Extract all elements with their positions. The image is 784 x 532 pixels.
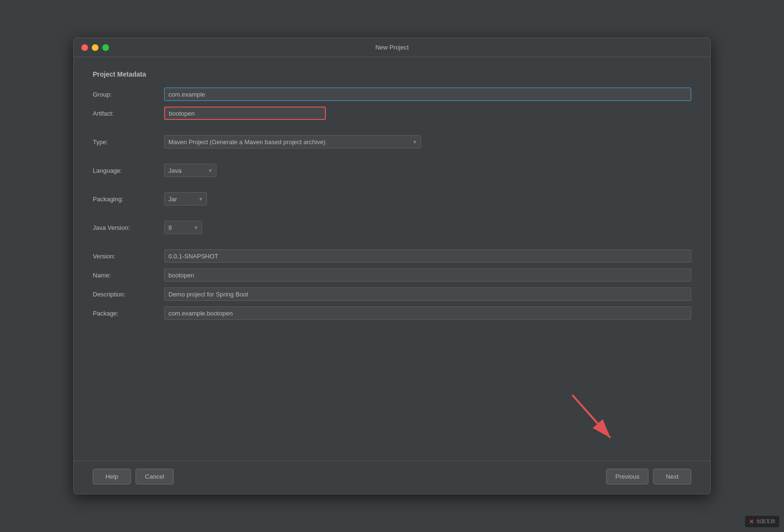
title-bar: New Project — [74, 38, 710, 57]
name-row: Name: — [93, 268, 691, 282]
packaging-label: Packaging: — [93, 196, 164, 203]
java-version-label: Java Version: — [93, 224, 164, 231]
packaging-select[interactable]: Jar — [164, 192, 207, 206]
cancel-button[interactable]: Cancel — [136, 469, 174, 484]
dialog-footer: Help Cancel Previous Next — [74, 461, 710, 494]
artifact-label: Artifact: — [93, 110, 164, 117]
package-row: Package: — [93, 306, 691, 320]
group-input-wrapper — [164, 88, 691, 101]
next-button[interactable]: Next — [653, 469, 691, 484]
type-dropdown-wrapper: Maven Project (Generate a Maven based pr… — [164, 135, 691, 148]
group-label: Group: — [93, 91, 164, 98]
language-row: Language: Java ▼ — [93, 164, 691, 177]
footer-left-buttons: Help Cancel — [93, 469, 174, 484]
type-dropdown-container: Maven Project (Generate a Maven based pr… — [164, 135, 421, 148]
section-title: Project Metadata — [93, 70, 691, 78]
arrow-annotation-area — [93, 390, 691, 447]
description-row: Description: — [93, 287, 691, 301]
description-input-wrapper — [164, 287, 691, 301]
name-input-wrapper — [164, 268, 691, 282]
version-label: Version: — [93, 253, 164, 260]
version-input[interactable] — [164, 249, 691, 263]
type-label: Type: — [93, 138, 164, 146]
window-title: New Project — [375, 44, 409, 51]
packaging-dropdown-container: Jar ▼ — [164, 192, 207, 206]
maximize-button[interactable] — [102, 44, 109, 51]
form-grid: Group: Artifact: Type: Mave — [93, 88, 691, 320]
artifact-input[interactable] — [164, 107, 326, 120]
group-input[interactable] — [164, 88, 691, 101]
red-arrow-annotation — [553, 385, 629, 447]
java-version-dropdown-wrapper: 8 ▼ — [164, 221, 691, 234]
language-label: Language: — [93, 167, 164, 174]
watermark: ✕ 创新互联 — [745, 516, 779, 527]
java-version-dropdown-container: 8 ▼ — [164, 221, 202, 234]
java-version-row: Java Version: 8 ▼ — [93, 221, 691, 234]
package-input[interactable] — [164, 306, 691, 320]
package-input-wrapper — [164, 306, 691, 320]
name-label: Name: — [93, 272, 164, 279]
name-input[interactable] — [164, 268, 691, 282]
new-project-dialog: New Project Project Metadata Group: Arti… — [73, 38, 711, 494]
packaging-dropdown-wrapper: Jar ▼ — [164, 192, 691, 206]
minimize-button[interactable] — [92, 44, 98, 51]
help-button[interactable]: Help — [93, 469, 131, 484]
type-row: Type: Maven Project (Generate a Maven ba… — [93, 135, 691, 148]
version-input-wrapper — [164, 249, 691, 263]
previous-button[interactable]: Previous — [606, 469, 648, 484]
footer-right-buttons: Previous Next — [606, 469, 691, 484]
type-select[interactable]: Maven Project (Generate a Maven based pr… — [164, 135, 421, 148]
artifact-input-wrapper — [164, 107, 691, 120]
artifact-row: Artifact: — [93, 107, 691, 120]
version-row: Version: — [93, 249, 691, 263]
close-button[interactable] — [81, 44, 88, 51]
language-select[interactable]: Java — [164, 164, 216, 177]
description-label: Description: — [93, 291, 164, 298]
language-dropdown-container: Java ▼ — [164, 164, 216, 177]
window-controls — [81, 44, 109, 51]
group-row: Group: — [93, 88, 691, 101]
package-label: Package: — [93, 310, 164, 317]
java-version-select[interactable]: 8 — [164, 221, 202, 234]
watermark-text: 创新互联 — [756, 518, 775, 525]
description-input[interactable] — [164, 287, 691, 301]
language-dropdown-wrapper: Java ▼ — [164, 164, 691, 177]
packaging-row: Packaging: Jar ▼ — [93, 192, 691, 206]
svg-line-1 — [572, 395, 610, 438]
dialog-body: Project Metadata Group: Artifact: Type: — [74, 57, 710, 461]
